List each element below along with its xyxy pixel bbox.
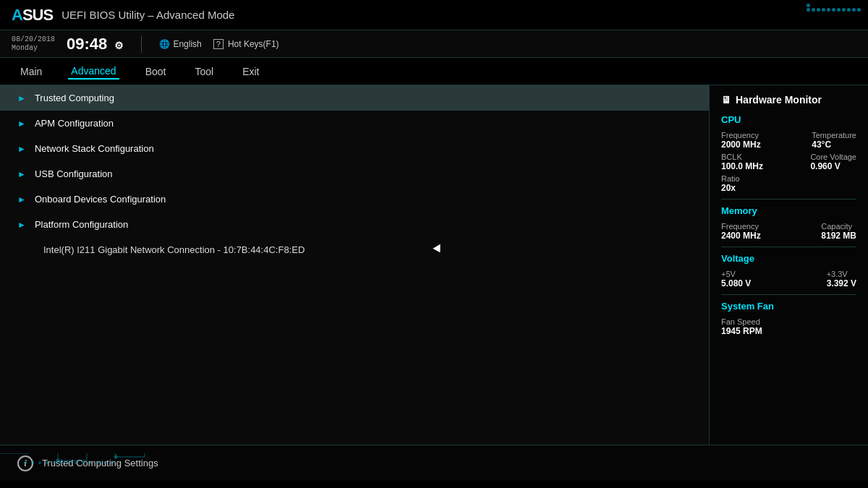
asus-logo: ASUS — [12, 6, 53, 25]
cpu-divider — [721, 199, 856, 200]
voltage-title: Voltage — [721, 253, 856, 264]
memory-title: Memory — [721, 205, 856, 216]
menu-item-network-stack[interactable]: ► Network Stack Configuration — [0, 136, 709, 161]
nav-item-advanced[interactable]: Advanced — [68, 64, 119, 80]
svg-point-22 — [67, 461, 70, 464]
hotkeys-button[interactable]: ? Hot Keys(F1) — [213, 39, 279, 49]
fan-title: System Fan — [721, 301, 856, 312]
svg-point-20 — [53, 461, 56, 464]
voltage-row: +5V 5.080 V +3.3V 3.392 V — [721, 270, 856, 288]
svg-point-26 — [96, 461, 99, 464]
nav-item-exit[interactable]: Exit — [239, 64, 262, 79]
nav-item-main[interactable]: Main — [17, 64, 45, 79]
menu-item-trusted-computing[interactable]: ► Trusted Computing — [0, 85, 709, 111]
language-selector[interactable]: 🌐 English — [159, 39, 201, 49]
memory-section: Memory Frequency 2400 MHz Capacity 8192 … — [721, 205, 856, 241]
hw-monitor-title: 🖥 Hardware Monitor — [721, 94, 856, 106]
nav-bar: Main Advanced Boot Tool Exit — [0, 58, 868, 85]
svg-point-18 — [38, 461, 41, 464]
hardware-monitor-panel: 🖥 Hardware Monitor CPU Frequency 2000 MH… — [709, 85, 868, 445]
arrow-icon-3: ► — [17, 144, 26, 154]
left-panel: ► Trusted Computing ► APM Configuration … — [0, 85, 709, 445]
menu-item-network-connection: Intel(R) I211 Gigabit Network Connection… — [0, 237, 709, 262]
hotkeys-icon: ? — [213, 39, 224, 49]
arrow-icon-4: ► — [17, 169, 26, 179]
gear-icon-clock[interactable]: ⚙ — [114, 40, 124, 51]
dot-row-svg — [22, 457, 166, 468]
arrow-icon-6: ► — [17, 220, 26, 230]
nav-item-boot[interactable]: Boot — [142, 64, 169, 79]
svg-point-19 — [46, 461, 48, 464]
nav-item-tool[interactable]: Tool — [192, 64, 216, 79]
monitor-icon: 🖥 — [721, 94, 731, 106]
voltage-divider — [721, 294, 856, 295]
header-bar: ASUS UEFI BIOS Utility – Advanced Mode — [0, 0, 868, 30]
svg-point-25 — [89, 461, 92, 464]
bios-title: UEFI BIOS Utility – Advanced Mode — [61, 9, 234, 21]
fan-speed-row: Fan Speed 1945 RPM — [721, 317, 856, 336]
svg-point-21 — [60, 461, 63, 464]
bottom-decoration — [0, 453, 868, 468]
arrow-icon-1: ► — [17, 93, 26, 103]
main-content: ► Trusted Computing ► APM Configuration … — [0, 85, 868, 445]
arrow-icon-2: ► — [17, 119, 26, 129]
separator — [141, 35, 142, 53]
datetime: 08/20/2018 Monday — [12, 35, 55, 53]
svg-point-16 — [24, 461, 27, 464]
svg-point-23 — [75, 461, 77, 464]
voltage-section: Voltage +5V 5.080 V +3.3V 3.392 V — [721, 253, 856, 288]
globe-icon: 🌐 — [159, 39, 170, 49]
top-decoration — [807, 4, 861, 12]
menu-item-apm[interactable]: ► APM Configuration — [0, 111, 709, 136]
status-bar: 08/20/2018 Monday 09:48 ⚙ 🌐 English ? Ho… — [0, 30, 868, 58]
fan-section: System Fan Fan Speed 1945 RPM — [721, 301, 856, 336]
memory-divider — [721, 247, 856, 247]
day: Monday — [12, 44, 55, 53]
svg-point-17 — [31, 461, 34, 464]
cpu-freq-row: Frequency 2000 MHz Temperature 43°C — [721, 131, 856, 150]
cpu-bclk-row: BCLK 100.0 MHz Core Voltage 0.960 V — [721, 153, 856, 171]
svg-point-28 — [111, 461, 114, 464]
menu-item-usb[interactable]: ► USB Configuration — [0, 161, 709, 187]
cpu-title: CPU — [721, 114, 856, 125]
memory-row: Frequency 2400 MHz Capacity 8192 MB — [721, 222, 856, 241]
footer: Version 2.19.1268. Copyright (C) 2018 Am… — [0, 481, 868, 488]
clock-display: 09:48 ⚙ — [67, 35, 124, 53]
date: 08/20/2018 — [12, 35, 55, 44]
menu-item-platform[interactable]: ► Platform Configuration — [0, 212, 709, 237]
arrow-icon-5: ► — [17, 194, 26, 205]
svg-point-27 — [103, 461, 106, 464]
svg-point-24 — [82, 461, 85, 464]
menu-item-onboard[interactable]: ► Onboard Devices Configuration — [0, 187, 709, 212]
cpu-ratio-row: Ratio 20x — [721, 174, 856, 193]
cpu-section: CPU Frequency 2000 MHz Temperature 43°C … — [721, 114, 856, 193]
